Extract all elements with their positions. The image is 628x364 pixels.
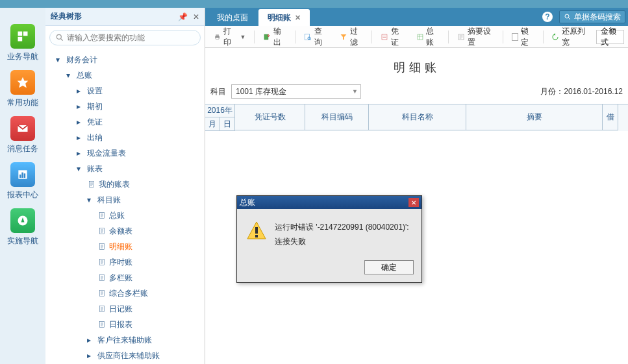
col-date: 2016年 月日 xyxy=(205,104,235,131)
svg-line-50 xyxy=(569,18,571,20)
tree-node[interactable]: ▸期初 xyxy=(45,99,205,114)
tree-node[interactable]: 多栏账 xyxy=(45,270,205,285)
rail-messages[interactable]: 消息任务 xyxy=(7,116,38,154)
tree-header: 经典树形 📌 ✕ xyxy=(45,8,205,26)
rail-impl[interactable]: 实施导航 xyxy=(7,208,38,247)
tree-node[interactable]: 总账 xyxy=(45,208,205,223)
restore-cols-button[interactable]: 还原列宽 xyxy=(547,29,593,45)
tree-node-label: 序时账 xyxy=(109,257,132,268)
chevron-down-icon[interactable]: ▾ xyxy=(66,71,74,80)
dialog-title: 总账 xyxy=(240,197,255,208)
rail-label: 业务导航 xyxy=(7,51,38,62)
rail-reports[interactable]: 报表中心 xyxy=(7,162,38,200)
col-debit: 借 xyxy=(603,104,618,130)
svg-rect-52 xyxy=(216,34,219,36)
tree-node[interactable]: ▾总账 xyxy=(45,67,205,83)
svg-rect-71 xyxy=(255,227,258,234)
lock-toggle[interactable]: 锁定 xyxy=(507,29,539,45)
tree-node[interactable]: 日记账 xyxy=(45,301,205,317)
svg-rect-2 xyxy=(18,37,23,42)
export-button[interactable]: 输出 xyxy=(258,29,291,45)
svg-rect-59 xyxy=(382,34,387,40)
tree-node[interactable]: 余额表 xyxy=(45,223,205,239)
svg-marker-3 xyxy=(18,77,29,88)
tree-node-label: 凭证 xyxy=(87,117,103,128)
help-icon[interactable]: ? xyxy=(542,12,553,22)
tree-search-input[interactable] xyxy=(67,33,195,42)
tree-node-label: 总账 xyxy=(77,70,92,81)
summary-button[interactable]: 摘要设置 xyxy=(453,29,499,45)
pin-icon[interactable]: 📌 xyxy=(178,12,188,21)
page-title: 明细账 xyxy=(205,48,628,84)
svg-rect-0 xyxy=(18,32,23,36)
tree-body: ▾财务会计▾总账▸设置▸期初▸凭证▸出纳▸现金流量表▾账表我的账表▾科目账总账余… xyxy=(45,49,205,364)
voucher-icon xyxy=(381,32,388,42)
ledger-button[interactable]: 总账 xyxy=(412,29,444,45)
tree-node[interactable]: ▸供应商往来辅助账 xyxy=(45,348,205,363)
star-icon xyxy=(10,70,35,95)
document-icon xyxy=(87,180,96,189)
chevron-right-icon[interactable]: ▸ xyxy=(77,117,84,127)
query-button[interactable]: 查询 xyxy=(299,29,332,45)
chevron-down-icon[interactable]: ▾ xyxy=(87,195,95,204)
summary-icon xyxy=(457,32,465,42)
chevron-right-icon[interactable]: ▸ xyxy=(77,133,84,142)
main: 我的桌面 明细账✕ ? 单据条码搜索 打印▼ 输出 查询 过滤 凭证 总账 摘要… xyxy=(205,8,628,364)
rail-biz-nav[interactable]: 业务导航 xyxy=(7,24,38,62)
subject-combo[interactable]: 1001 库存现金▼ xyxy=(231,84,361,99)
dialog-titlebar[interactable]: 总账 ✕ xyxy=(237,196,421,209)
tree-node[interactable]: ▾账表 xyxy=(45,161,205,176)
tree-node-label: 客户往来辅助账 xyxy=(97,335,152,346)
tree-node-label: 供应商往来辅助账 xyxy=(97,350,160,361)
export-icon xyxy=(263,32,271,42)
print-button[interactable]: 打印▼ xyxy=(209,29,250,45)
svg-marker-58 xyxy=(340,34,346,40)
tree-node[interactable]: 日报表 xyxy=(45,317,205,332)
close-icon[interactable]: ✕ xyxy=(295,14,301,22)
ok-button[interactable]: 确定 xyxy=(364,260,414,274)
restore-icon xyxy=(551,32,559,42)
rail-common[interactable]: 常用功能 xyxy=(7,70,38,108)
document-icon xyxy=(97,211,107,220)
tab-desktop[interactable]: 我的桌面 xyxy=(208,9,257,26)
tree-node[interactable]: ▾科目账 xyxy=(45,192,205,208)
close-icon[interactable]: ✕ xyxy=(193,12,199,21)
tree-node[interactable]: 综合多栏账 xyxy=(45,285,205,301)
document-icon xyxy=(97,289,107,298)
chevron-right-icon[interactable]: ▸ xyxy=(87,335,95,345)
tree-node-label: 设置 xyxy=(87,86,103,97)
tree-node[interactable]: 序时账 xyxy=(45,254,205,270)
rail-label: 报表中心 xyxy=(7,189,38,200)
svg-point-49 xyxy=(565,14,569,18)
tree-panel: 经典树形 📌 ✕ ▾财务会计▾总账▸设置▸期初▸凭证▸出纳▸现金流量表▾账表我的… xyxy=(45,8,205,364)
tree-node[interactable]: ▸现金流量表 xyxy=(45,145,205,161)
tree-node[interactable]: 我的账表 xyxy=(45,176,205,192)
barcode-search[interactable]: 单据条码搜索 xyxy=(559,10,625,23)
chevron-right-icon[interactable]: ▸ xyxy=(77,149,84,158)
tree-node[interactable]: ▾财务会计 xyxy=(45,52,205,67)
chevron-down-icon[interactable]: ▾ xyxy=(56,55,64,64)
tree-node[interactable]: 明细账 xyxy=(45,239,205,254)
tree-node-label: 期初 xyxy=(87,101,103,112)
chevron-down-icon: ▼ xyxy=(352,88,358,95)
voucher-button[interactable]: 凭证 xyxy=(376,29,408,45)
svg-marker-69 xyxy=(554,32,555,35)
svg-rect-6 xyxy=(19,175,21,178)
rail-label: 常用功能 xyxy=(7,97,38,108)
chevron-right-icon[interactable]: ▸ xyxy=(77,102,84,111)
chevron-down-icon[interactable]: ▾ xyxy=(77,164,84,173)
tree-node[interactable]: ▸设置 xyxy=(45,83,205,99)
amount-format-combo[interactable]: 金额式 xyxy=(596,30,624,44)
tree-node[interactable]: ▸客户往来辅助账 xyxy=(45,332,205,348)
close-icon[interactable]: ✕ xyxy=(408,198,419,207)
tree-node[interactable]: ▸出纳 xyxy=(45,130,205,145)
tab-detail-ledger[interactable]: 明细账✕ xyxy=(258,9,310,26)
tree-node-label: 明细账 xyxy=(109,241,132,252)
chevron-right-icon[interactable]: ▸ xyxy=(87,351,95,360)
svg-rect-7 xyxy=(21,173,23,178)
left-rail: 业务导航 常用功能 消息任务 报表中心 实施导航 xyxy=(0,8,45,364)
chevron-right-icon[interactable]: ▸ xyxy=(77,86,84,95)
tree-search[interactable] xyxy=(49,30,201,45)
filter-button[interactable]: 过滤 xyxy=(335,29,368,45)
tree-node[interactable]: ▸凭证 xyxy=(45,114,205,130)
